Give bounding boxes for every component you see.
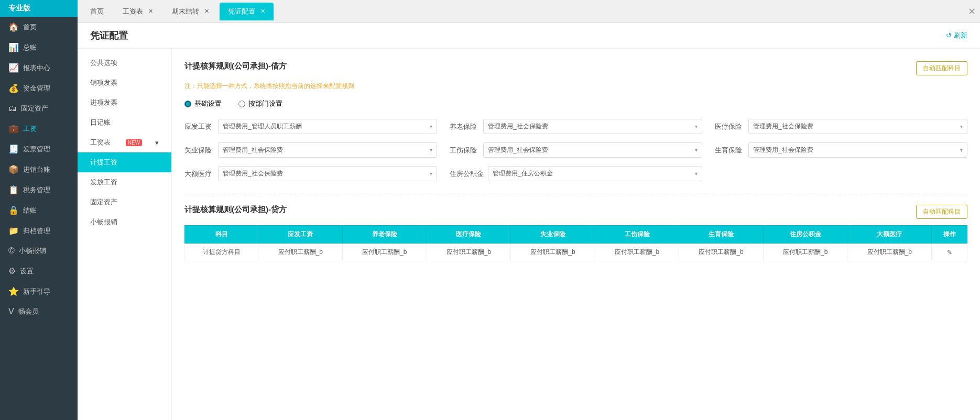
credit-section: 计提核算规则(公司承担)-贷方 自动匹配科目 科目应发工资养老保险医疗保险失业保… [184, 205, 967, 261]
credit-row-action[interactable]: ✎ [932, 244, 967, 261]
main-area: 首页工资表✕期末结转✕凭证配置✕ ✕ 凭证配置 ↺ 刷新 公共选项销项发票进项发… [78, 0, 980, 420]
debit-auto-match-button[interactable]: 自动匹配科目 [916, 61, 967, 75]
debit-form-label-6: 大额医疗 [184, 169, 214, 179]
archive-icon: 📁 [8, 226, 19, 236]
tab-payroll[interactable]: 工资表✕ [114, 3, 161, 20]
left-nav-payroll_table[interactable]: 工资表NEW▾ [78, 132, 171, 152]
tab-close-voucher[interactable]: ✕ [260, 8, 265, 15]
left-nav-public[interactable]: 公共选项 [78, 53, 171, 73]
sidebar-item-inventory[interactable]: 📦 进销台账 [0, 159, 78, 180]
page-title: 凭证配置 [90, 29, 128, 42]
member-icon: V [8, 307, 14, 316]
sidebar-label-guide: 新手引导 [23, 287, 50, 296]
sidebar-item-tax[interactable]: 📋 税务管理 [0, 180, 78, 200]
debit-form-grid: 应发工资 管理费用_管理人员职工薪酬 ▾ 养老保险 管理费用_社会保险费 ▾ 医… [184, 119, 967, 181]
page-header: 凭证配置 ↺ 刷新 [78, 23, 980, 49]
top-tabs: 首页工资表✕期末结转✕凭证配置✕ ✕ [78, 0, 980, 23]
left-nav-red_invoice[interactable]: 销项发票 [78, 73, 171, 93]
tab-home[interactable]: 首页 [82, 3, 112, 20]
refresh-button[interactable]: ↺ 刷新 [946, 31, 967, 40]
debit-form-label-0: 应发工资 [184, 122, 214, 131]
credit-col-header-9: 操作 [932, 226, 967, 244]
debit-section: 计提核算规则(公司承担)-借方 自动匹配科目 注：只能选择一种方式，系统将按照您… [184, 61, 967, 181]
debit-title: 计提核算规则(公司承担)-借方 [184, 61, 287, 71]
credit-col-header-8: 大额医疗 [847, 226, 932, 244]
left-nav-fixed_assets[interactable]: 固定资产 [78, 192, 171, 212]
sidebar-item-funds[interactable]: 💰 资金管理 [0, 78, 78, 98]
sidebar-item-salary[interactable]: 💼 工资 [0, 118, 78, 139]
left-nav-expense[interactable]: 小畅报销 [78, 212, 171, 232]
debit-form-item-2: 医疗保险 管理费用_社会保险费 ▾ [715, 119, 967, 134]
close-panel-button[interactable]: ✕ [968, 6, 976, 17]
debit-form-select-2[interactable]: 管理费用_社会保险费 ▾ [748, 119, 967, 134]
sidebar-label-reports: 报表中心 [23, 63, 50, 73]
sidebar-label-funds: 资金管理 [23, 84, 50, 93]
sidebar-label-tax: 税务管理 [23, 185, 50, 195]
debit-form-select-value-6: 管理费用_社会保险费 [223, 169, 283, 178]
chevron-down-icon-2: ▾ [960, 124, 963, 129]
credit-col-header-2: 养老保险 [342, 226, 427, 244]
debit-form-select-1[interactable]: 管理费用_社会保险费 ▾ [483, 119, 702, 134]
credit-col-header-7: 住房公积金 [763, 226, 847, 244]
credit-title: 计提核算规则(公司承担)-贷方 [184, 205, 287, 215]
left-nav-label-pay_salary: 发放工资 [90, 178, 117, 187]
left-nav-pay_salary[interactable]: 发放工资 [78, 172, 171, 192]
sidebar-label-archive: 归档管理 [23, 226, 50, 236]
left-nav-input_invoice[interactable]: 进项发票 [78, 93, 171, 113]
debit-form-select-3[interactable]: 管理费用_社会保险费 ▾ [218, 142, 437, 158]
left-nav: 公共选项销项发票进项发票日记账工资表NEW▾计提工资发放工资固定资产小畅报销 [78, 49, 172, 420]
radio-dept-input[interactable] [238, 101, 245, 107]
debit-form-select-6[interactable]: 管理费用_社会保险费 ▾ [218, 166, 437, 181]
left-nav-journal[interactable]: 日记账 [78, 113, 171, 132]
credit-auto-match-button[interactable]: 自动匹配科目 [916, 205, 967, 219]
funds-icon: 💰 [8, 83, 19, 93]
debit-form-item-6: 大额医疗 管理费用_社会保险费 ▾ [184, 166, 437, 181]
sidebar-item-invoice[interactable]: 🧾 发票管理 [0, 139, 78, 159]
sidebar-item-member[interactable]: V 畅会员 [0, 302, 78, 322]
credit-row-value-4: 应付职工薪酬_b [595, 244, 679, 261]
sidebar-item-ledger[interactable]: 📊 总账 [0, 37, 78, 58]
tab-label-home: 首页 [90, 7, 104, 16]
sidebar-item-xiaochang[interactable]: © 小畅报销 [0, 241, 78, 261]
debit-section-header: 计提核算规则(公司承担)-借方 自动匹配科目 [184, 61, 967, 75]
right-content: 计提核算规则(公司承担)-借方 自动匹配科目 注：只能选择一种方式，系统将按照您… [172, 49, 980, 420]
radio-dept[interactable]: 按部门设置 [238, 99, 282, 108]
debit-form-select-7[interactable]: 管理费用_住房公积金 ▾ [488, 166, 702, 181]
tab-close-period[interactable]: ✕ [204, 8, 209, 15]
credit-col-header-6: 生育保险 [679, 226, 764, 244]
left-nav-label-expense: 小畅报销 [90, 217, 117, 227]
debit-form-select-value-4: 管理费用_社会保险费 [488, 146, 548, 154]
debit-form-select-5[interactable]: 管理费用_社会保险费 ▾ [748, 142, 967, 158]
tab-period[interactable]: 期末结转✕ [164, 3, 217, 20]
radio-dept-label: 按部门设置 [248, 99, 282, 108]
sidebar-label-settings: 设置 [20, 267, 34, 276]
radio-basic[interactable]: 基础设置 [184, 99, 222, 108]
sidebar-item-archive[interactable]: 📁 归档管理 [0, 220, 78, 241]
sidebar-label-ledger: 总账 [23, 43, 37, 52]
tab-close-payroll[interactable]: ✕ [148, 8, 153, 15]
sidebar-item-settings[interactable]: ⚙ 设置 [0, 261, 78, 281]
guide-icon: ⭐ [8, 286, 19, 296]
sidebar-item-home[interactable]: 🏠 首页 [0, 17, 78, 37]
debit-form-item-3: 失业保险 管理费用_社会保险费 ▾ [184, 142, 437, 158]
sidebar-item-reports[interactable]: 📈 报表中心 [0, 58, 78, 78]
tab-voucher[interactable]: 凭证配置✕ [220, 3, 274, 20]
left-nav-label-input_invoice: 进项发票 [90, 98, 117, 107]
left-nav-label-fixed_assets: 固定资产 [90, 197, 117, 207]
debit-form-select-4[interactable]: 管理费用_社会保险费 ▾ [483, 142, 702, 158]
sidebar-item-close[interactable]: 🔒 结账 [0, 200, 78, 220]
sidebar-label-inventory: 进销台账 [23, 165, 50, 174]
sidebar: 专业版 🏠 首页📊 总账📈 报表中心💰 资金管理🗂 固定资产💼 工资🧾 发票管理… [0, 0, 78, 420]
left-nav-accrual[interactable]: 计提工资 [78, 152, 171, 172]
salary-icon: 💼 [8, 124, 19, 134]
chevron-down-icon-5: ▾ [960, 147, 963, 153]
sidebar-item-assets[interactable]: 🗂 固定资产 [0, 98, 78, 118]
radio-basic-input[interactable] [184, 101, 191, 107]
debit-form-label-7: 住房公积金 [450, 169, 484, 179]
credit-col-header-3: 医疗保险 [427, 226, 511, 244]
sidebar-item-guide[interactable]: ⭐ 新手引导 [0, 281, 78, 302]
credit-section-header: 计提核算规则(公司承担)-贷方 自动匹配科目 [184, 205, 967, 219]
debit-form-select-0[interactable]: 管理费用_管理人员职工薪酬 ▾ [218, 119, 437, 134]
chevron-down-icon-0: ▾ [430, 124, 432, 129]
tax-icon: 📋 [8, 185, 19, 195]
